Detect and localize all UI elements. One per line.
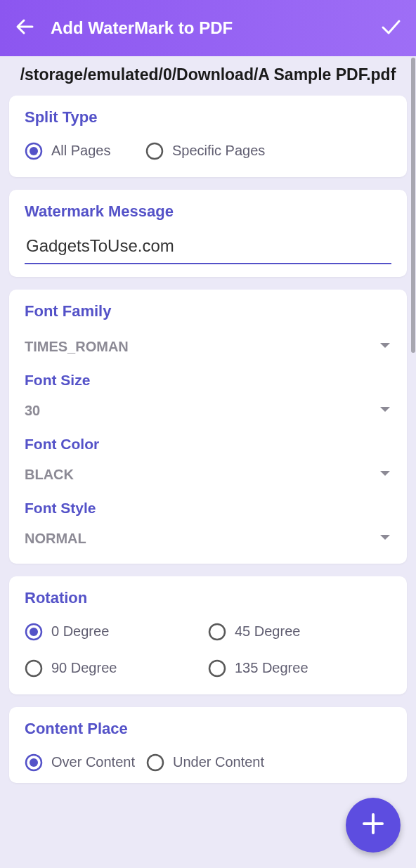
fab-add-button[interactable] xyxy=(346,798,401,853)
split-type-title: Split Type xyxy=(25,108,391,127)
radio-90-degree[interactable]: 90 Degree xyxy=(25,655,200,682)
font-family-value: TIMES_ROMAN xyxy=(25,339,129,355)
radio-specific-pages[interactable]: Specific Pages xyxy=(145,138,265,164)
font-card: Font Family TIMES_ROMAN Font Size 30 Fon… xyxy=(9,290,407,564)
radio-label: Over Content xyxy=(51,754,135,770)
font-family-dropdown[interactable]: TIMES_ROMAN xyxy=(25,332,391,365)
chevron-down-icon xyxy=(379,467,391,482)
radio-label: 0 Degree xyxy=(51,623,109,640)
font-size-value: 30 xyxy=(25,403,40,419)
watermark-input[interactable] xyxy=(25,232,391,264)
font-color-dropdown[interactable]: BLACK xyxy=(25,460,391,493)
radio-0-degree[interactable]: 0 Degree xyxy=(25,618,200,645)
chevron-down-icon xyxy=(379,403,391,418)
radio-selected-icon xyxy=(25,142,43,160)
radio-label: 135 Degree xyxy=(235,660,308,676)
radio-label: Under Content xyxy=(173,754,264,770)
svg-point-7 xyxy=(209,661,225,676)
font-style-value: NORMAL xyxy=(25,531,86,547)
radio-label: 90 Degree xyxy=(51,660,117,676)
svg-point-9 xyxy=(30,758,38,767)
rotation-title: Rotation xyxy=(25,589,391,607)
content-place-card: Content Place Over Content Under Content xyxy=(9,707,407,783)
radio-label: 45 Degree xyxy=(235,623,300,640)
svg-point-1 xyxy=(30,147,38,155)
font-style-dropdown[interactable]: NORMAL xyxy=(25,524,391,551)
split-type-card: Split Type All Pages Specific Pages xyxy=(9,96,407,177)
radio-unselected-icon xyxy=(208,623,226,641)
radio-unselected-icon xyxy=(145,142,164,160)
svg-point-5 xyxy=(209,624,225,640)
scrollbar[interactable] xyxy=(411,58,415,353)
radio-135-degree[interactable]: 135 Degree xyxy=(208,655,383,682)
watermark-message-card: Watermark Message xyxy=(9,190,407,277)
radio-selected-icon xyxy=(25,753,43,772)
back-arrow-icon[interactable] xyxy=(14,15,37,41)
radio-over-content[interactable]: Over Content xyxy=(25,749,135,776)
content-place-title: Content Place xyxy=(25,720,391,738)
radio-unselected-icon xyxy=(146,753,164,772)
file-path: /storage/emulated/0/Download/A Sample PD… xyxy=(0,56,416,96)
svg-point-10 xyxy=(148,755,163,770)
radio-label: Specific Pages xyxy=(172,143,265,159)
svg-point-2 xyxy=(147,143,162,159)
radio-under-content[interactable]: Under Content xyxy=(146,749,264,776)
chevron-down-icon xyxy=(379,531,391,546)
font-size-dropdown[interactable]: 30 xyxy=(25,396,391,429)
font-color-title: Font Color xyxy=(25,436,391,453)
font-size-title: Font Size xyxy=(25,372,391,389)
font-style-title: Font Style xyxy=(25,500,391,517)
header-title: Add WaterMark to PDF xyxy=(51,18,365,38)
radio-selected-icon xyxy=(25,623,43,641)
plus-icon xyxy=(360,810,386,840)
chevron-down-icon xyxy=(379,339,391,354)
watermark-title: Watermark Message xyxy=(25,202,391,221)
rotation-card: Rotation 0 Degree 45 Degree 90 Degree xyxy=(9,576,407,694)
confirm-check-icon[interactable] xyxy=(379,15,402,41)
font-color-value: BLACK xyxy=(25,467,74,483)
svg-point-6 xyxy=(26,661,41,676)
radio-45-degree[interactable]: 45 Degree xyxy=(208,618,383,645)
app-header: Add WaterMark to PDF xyxy=(0,0,416,56)
radio-unselected-icon xyxy=(208,659,226,678)
font-family-title: Font Family xyxy=(25,302,391,320)
svg-point-4 xyxy=(30,628,38,636)
radio-label: All Pages xyxy=(51,143,111,159)
radio-all-pages[interactable]: All Pages xyxy=(25,138,130,164)
radio-unselected-icon xyxy=(25,659,43,678)
